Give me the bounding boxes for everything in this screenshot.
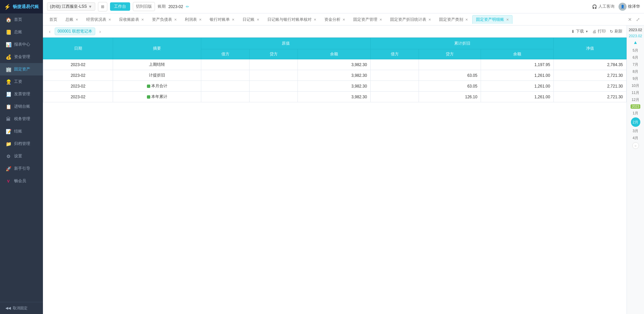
tab-fixed-stat[interactable]: 固定资产折旧统计表 ✕ <box>386 15 435 24</box>
tab-receivable[interactable]: 应收账龄表 ✕ <box>115 15 148 24</box>
close-all-icon[interactable]: ✕ <box>627 16 633 23</box>
timeline-month-8[interactable]: 8月 <box>627 68 644 75</box>
timeline-more-button[interactable]: ○ <box>632 142 639 149</box>
sidebar-item-ledger[interactable]: 📒 总账 <box>0 26 43 38</box>
timeline-month-11[interactable]: 11月 <box>627 89 644 96</box>
settings-icon: ⚙ <box>5 154 11 159</box>
company-selector[interactable]: (勿动) 江西服皇-LSS ▼ <box>47 2 95 11</box>
tab-ledger[interactable]: 总账 ✕ <box>62 15 82 24</box>
col-original-value: 原值 <box>201 38 371 49</box>
old-version-button[interactable]: 切到旧版 <box>133 2 155 11</box>
maximize-icon[interactable]: ⤢ <box>635 16 641 23</box>
timeline-month-10[interactable]: 10月 <box>627 82 644 89</box>
tab-balance[interactable]: 资产负债表 ✕ <box>148 15 180 24</box>
tab-home[interactable]: 首页 <box>46 15 61 24</box>
tab-fixed-detail[interactable]: 固定资产明细账 ✕ <box>472 15 513 24</box>
sidebar-item-label: 畅会员 <box>14 178 26 184</box>
tab-fixed-mgmt[interactable]: 固定资产管理 ✕ <box>350 15 386 24</box>
cell-orig-balance: 3,982.30 <box>298 92 371 102</box>
sidebar-item-home[interactable]: 🏠 首页 <box>0 13 43 26</box>
cell-orig-credit <box>250 92 298 102</box>
user-name: 徐泽华 <box>628 4 640 9</box>
copy-icon-button[interactable]: ⊞ <box>98 2 107 11</box>
cell-date: 2023-02 <box>43 59 113 70</box>
tab-fixed-category[interactable]: 固定资产类别 ✕ <box>435 15 472 24</box>
table-container: 日期 摘要 原值 累计折旧 净值 借方 贷方 余额 借方 贷方 余额 <box>43 38 627 314</box>
sidebar-item-label: 资金管理 <box>14 54 30 60</box>
sidebar-item-fixed-assets[interactable]: 🏢 固定资产 <box>0 63 43 75</box>
timeline-month-9[interactable]: 9月 <box>627 75 644 82</box>
timeline-panel: 2023.02 2023.02 ▲ 5月 6月 7月 8月 9月 10月 11月… <box>627 25 644 314</box>
tab-bank[interactable]: 银行对账单 ✕ <box>206 15 238 24</box>
sidebar-footer-unpin[interactable]: ◀◀ 取消固定 <box>0 302 43 314</box>
col-orig-debit: 借方 <box>201 49 250 59</box>
cell-accum-credit <box>419 59 481 70</box>
cell-net-value: 2,784.35 <box>554 59 627 70</box>
timeline-month-1[interactable]: 1月 <box>627 110 644 117</box>
timeline-month-7[interactable]: 7月 <box>627 61 644 68</box>
cell-orig-debit <box>201 70 250 81</box>
cell-desc: 本年累计 <box>113 92 201 102</box>
tab-fixed-detail-close[interactable]: ✕ <box>506 18 509 21</box>
timeline-month-2-active[interactable]: 2月 <box>631 117 640 127</box>
edit-period-icon[interactable]: ✏ <box>186 4 189 9</box>
sidebar-item-sales[interactable]: 📋 进销台账 <box>0 100 43 113</box>
asset-tag[interactable]: 000001 联想笔记本 <box>55 28 95 35</box>
tab-reconcile[interactable]: 日记账与银行对账单核对 ✕ <box>264 15 320 24</box>
print-button[interactable]: 🖨 打印 <box>592 29 606 34</box>
tab-ledger-close[interactable]: ✕ <box>75 18 78 21</box>
tab-profit[interactable]: 利润表 ✕ <box>181 15 205 24</box>
tab-receivable-close[interactable]: ✕ <box>141 18 144 21</box>
download-button[interactable]: ⬇ 下载 ▼ <box>571 29 588 34</box>
timeline-month-4[interactable]: 4月 <box>627 135 644 142</box>
timeline-year-label-top2: 2023.02 <box>627 33 644 39</box>
sidebar-item-membership[interactable]: V 畅会员 <box>0 175 43 187</box>
tab-profit-close[interactable]: ✕ <box>199 18 202 21</box>
sidebar-item-reports[interactable]: 📊 报表中心 <box>0 38 43 51</box>
tab-operation-close[interactable]: ✕ <box>108 18 111 21</box>
sidebar-item-settlement[interactable]: 📝 结账 <box>0 125 43 138</box>
timeline-month-6[interactable]: 6月 <box>627 54 644 61</box>
tab-reconcile-close[interactable]: ✕ <box>314 18 316 21</box>
sidebar-item-label: 税务管理 <box>14 116 30 122</box>
archive-icon: 📁 <box>5 141 11 147</box>
sidebar-item-funds[interactable]: 💰 资金管理 <box>0 51 43 63</box>
tab-journal[interactable]: 日记账 ✕ <box>239 15 263 24</box>
tab-operation[interactable]: 经营状况表 ✕ <box>83 15 115 24</box>
tab-fixed-category-close[interactable]: ✕ <box>465 18 468 21</box>
timeline-month-12[interactable]: 12月 <box>627 96 644 103</box>
workbench-button[interactable]: 工作台 <box>110 2 130 11</box>
tab-balance-close[interactable]: ✕ <box>174 18 177 21</box>
timeline-scroll-up[interactable]: ▲ <box>633 39 639 46</box>
tab-journal-close[interactable]: ✕ <box>257 18 259 21</box>
avatar-icon: 👤 <box>621 5 625 8</box>
refresh-button[interactable]: ↻ 刷新 <box>610 29 623 34</box>
tab-fund-close[interactable]: ✕ <box>342 18 345 21</box>
fixed-asset-detail-table: 日期 摘要 原值 累计折旧 净值 借方 贷方 余额 借方 贷方 余额 <box>43 38 627 102</box>
sidebar-item-label: 结账 <box>14 128 22 134</box>
col-desc: 摘要 <box>113 38 201 59</box>
user-menu[interactable]: 👤 徐泽华 <box>619 3 640 11</box>
reports-icon: 📊 <box>5 42 11 47</box>
nav-prev-icon[interactable]: ‹ <box>47 28 53 35</box>
sidebar-item-guide[interactable]: 🚀 新手引导 <box>0 162 43 175</box>
cell-accum-balance: 1,261.00 <box>481 81 554 92</box>
sidebar-item-invoice[interactable]: 🧾 发票管理 <box>0 88 43 100</box>
support-label: 人工客询 <box>598 4 614 9</box>
tab-fixed-stat-close[interactable]: ✕ <box>428 18 431 21</box>
nav-next-icon[interactable]: › <box>97 28 103 35</box>
sidebar-item-settings[interactable]: ⚙ 设置 <box>0 150 43 162</box>
tab-bank-close[interactable]: ✕ <box>232 18 234 21</box>
tab-fixed-mgmt-close[interactable]: ✕ <box>379 18 382 21</box>
main-panel: ‹ 000001 联想笔记本 › ⬇ 下载 ▼ 🖨 打印 ↻ 刷新 <box>43 25 627 314</box>
timeline-month-5[interactable]: 5月 <box>627 47 644 54</box>
sidebar-item-tax[interactable]: 🏛 税务管理 <box>0 113 43 125</box>
sidebar-logo: ⚡ 畅捷通易代账 <box>0 0 43 13</box>
sidebar-item-archive[interactable]: 📁 归档管理 <box>0 138 43 150</box>
timeline-month-3[interactable]: 3月 <box>627 127 644 135</box>
support-button[interactable]: 🎧 人工客询 <box>592 4 614 9</box>
main-content: (勿动) 江西服皇-LSS ▼ ⊞ 工作台 切到旧版 账期 2023-02 ✏ … <box>43 0 644 314</box>
guide-icon: 🚀 <box>5 166 11 171</box>
tab-fund[interactable]: 资金分析 ✕ <box>321 15 349 24</box>
sidebar-item-payroll[interactable]: 👷 工资 <box>0 75 43 88</box>
